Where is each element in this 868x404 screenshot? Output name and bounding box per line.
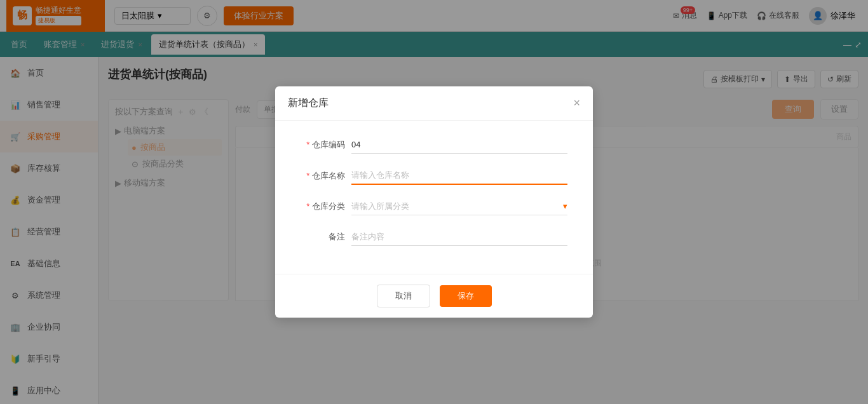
warehouse-code-label: * 仓库编码	[301, 139, 351, 151]
required-star-name: *	[306, 171, 312, 180]
warehouse-category-row: * 仓库分类 ▾	[301, 198, 567, 215]
dialog-close-button[interactable]: ×	[573, 97, 580, 110]
warehouse-remark-input[interactable]	[351, 228, 567, 246]
warehouse-code-input[interactable]	[351, 136, 567, 154]
warehouse-code-row: * 仓库编码	[301, 136, 567, 154]
warehouse-remark-label: 备注	[301, 231, 351, 243]
dialog-overlay: 新增仓库 × * 仓库编码 * 仓库名称	[0, 0, 868, 404]
new-warehouse-dialog: 新增仓库 × * 仓库编码 * 仓库名称	[275, 86, 593, 318]
warehouse-name-label: * 仓库名称	[301, 170, 351, 182]
dialog-body: * 仓库编码 * 仓库名称 * 仓库分类	[275, 121, 593, 274]
dialog-footer: 取消 保存	[275, 274, 593, 318]
save-button[interactable]: 保存	[440, 285, 492, 307]
warehouse-name-input[interactable]	[351, 166, 567, 185]
warehouse-category-select[interactable]: ▾	[351, 198, 567, 215]
category-chevron-icon: ▾	[563, 201, 567, 211]
warehouse-category-input[interactable]	[351, 201, 563, 211]
dialog-title: 新增仓库	[288, 97, 329, 110]
cancel-button[interactable]: 取消	[377, 285, 430, 307]
warehouse-remark-row: 备注	[301, 228, 567, 246]
required-star-code: *	[306, 140, 312, 149]
dialog-header: 新增仓库 ×	[275, 86, 593, 121]
warehouse-name-row: * 仓库名称	[301, 166, 567, 185]
warehouse-category-label: * 仓库分类	[301, 201, 351, 212]
required-star-category: *	[306, 201, 312, 211]
